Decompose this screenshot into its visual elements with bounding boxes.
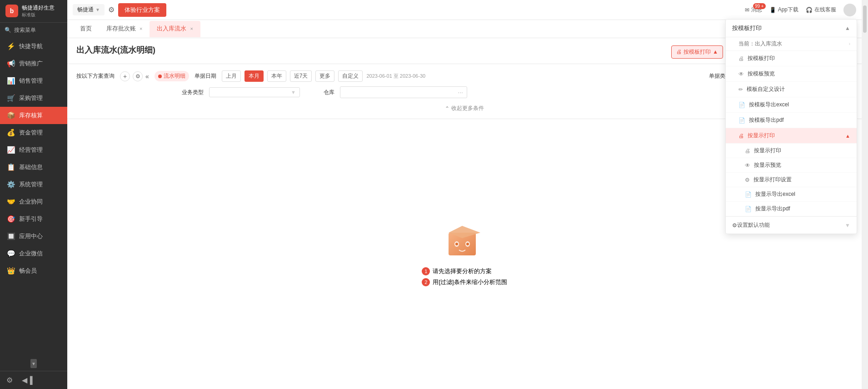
messages-badge: 99 +: [753, 3, 766, 9]
filter-actions: + ⚙ «: [120, 71, 149, 81]
purchase-icon: 🛒: [6, 94, 15, 102]
scrollbar-thumb: [863, 5, 867, 33]
sidebar-item-marketing[interactable]: 📢 营销推广: [0, 55, 67, 72]
sidebar-item-finance[interactable]: 💰 资金管理: [0, 124, 67, 141]
sales-icon: 📊: [6, 77, 15, 85]
settings-gear-icon: ⚙: [732, 222, 737, 229]
filter-settings-button[interactable]: ⚙: [133, 71, 143, 81]
filter-badge-dot: [158, 75, 162, 78]
collab-icon: 🤝: [6, 198, 15, 206]
topbar-gear-icon[interactable]: ⚙: [108, 5, 115, 14]
sidebar-item-operations[interactable]: 📈 经营管理: [0, 141, 67, 159]
svg-point-4: [466, 243, 469, 245]
tab-flow-close[interactable]: ×: [190, 26, 193, 31]
member-icon: 👑: [6, 267, 15, 275]
display-section-arrow: ▲: [845, 133, 850, 139]
content-area: 1 请先选择要分析的方案 2 用[过滤]条件来缩小分析范围 按模板打印 ▲ 当前…: [67, 119, 862, 389]
tab-batch-close[interactable]: ×: [140, 26, 142, 31]
template-custom-item[interactable]: ✏ 模板自定义设计: [726, 82, 857, 97]
sidebar-item-wechat[interactable]: 💬 企业微信: [0, 245, 67, 262]
page-title: 出入库流水(流水明细): [76, 45, 155, 55]
topbar-left: 畅捷通 ▼ ⚙ 体验行业方案: [73, 3, 740, 17]
display-pdf-item[interactable]: 📄 按显示导出pdf: [726, 202, 857, 216]
sidebar-item-shortcut[interactable]: ⚡ 快捷导航: [0, 38, 67, 55]
date-custom[interactable]: 自定义: [338, 70, 363, 82]
template-pdf-item[interactable]: 📄 按模板导出pdf: [726, 113, 857, 128]
preview-icon: 👁: [738, 71, 744, 77]
basics-icon: 📋: [6, 163, 15, 171]
collapse-more-button[interactable]: ⌃ 收起更多条件: [445, 105, 484, 112]
app-download-button[interactable]: 📱 App下载: [769, 6, 798, 14]
template-print-item[interactable]: 🖨 按模板打印: [726, 51, 857, 66]
filter-collapse-button[interactable]: «: [145, 73, 149, 80]
tab-batch[interactable]: 库存批次账 ×: [99, 21, 150, 37]
user-avatar[interactable]: [843, 4, 856, 16]
current-arrow: ›: [849, 41, 850, 46]
display-preview-icon: 👁: [745, 162, 750, 169]
date-more[interactable]: 更多: [315, 70, 334, 82]
sidebar-nav: ⚡ 快捷导航 📢 营销推广 📊 销售管理 🛒 采购管理 📦 库存核算 💰 资金管…: [0, 38, 67, 356]
message-icon: ✉: [745, 7, 749, 13]
display-print-section[interactable]: 🖨 按显示打印 ▲: [726, 128, 857, 144]
business-type-dropdown-icon: ▼: [291, 90, 296, 95]
online-service-button[interactable]: 🎧 在线客服: [806, 6, 836, 14]
collapse-sidebar-icon[interactable]: ◀▐: [22, 376, 32, 384]
marketing-icon: 📢: [6, 60, 15, 68]
finance-icon: 💰: [6, 129, 15, 137]
display-excel-item[interactable]: 📄 按显示导出excel: [726, 187, 857, 202]
settings-bottom-icon[interactable]: ⚙: [6, 376, 13, 384]
date-current-year[interactable]: 本年: [267, 70, 286, 82]
search-menu-item[interactable]: 🔍 搜索菜单: [0, 23, 67, 38]
chevron-up-icon: ⌃: [445, 105, 449, 112]
warehouse-more-icon[interactable]: ···: [458, 89, 463, 96]
sidebar-item-collab[interactable]: 🤝 企业协同: [0, 193, 67, 210]
apps-icon: 🔲: [6, 232, 15, 240]
sidebar-item-sales[interactable]: 📊 销售管理: [0, 72, 67, 90]
date-last7[interactable]: 近7天: [290, 70, 312, 82]
sidebar-item-inventory[interactable]: 📦 库存核算: [0, 107, 67, 124]
print-dropdown-arrow: ▲: [713, 49, 718, 55]
tab-home[interactable]: 首页: [73, 21, 99, 37]
sidebar-item-system[interactable]: ⚙️ 系统管理: [0, 176, 67, 193]
right-scrollbar[interactable]: [862, 0, 868, 389]
sidebar-item-apps[interactable]: 🔲 应用中心: [0, 228, 67, 245]
app-brand: 畅捷通好生意 标准版: [22, 5, 55, 18]
topbar: 畅捷通 ▼ ⚙ 体验行业方案 ✉ 消息 99 + 📱 App下载 🎧 在线客服: [67, 0, 862, 20]
template-preview-item[interactable]: 👁 按模板预览: [726, 66, 857, 82]
footer-arrow-icon: ▼: [845, 222, 850, 229]
trial-button[interactable]: 体验行业方案: [118, 3, 166, 17]
tab-flow[interactable]: 出入库流水 ×: [150, 21, 200, 37]
template-excel-item[interactable]: 📄 按模板导出excel: [726, 97, 857, 113]
display-print-item[interactable]: 🖨 按显示打印: [726, 144, 857, 158]
date-current-month[interactable]: 本月: [244, 70, 264, 82]
display-print-icon: 🖨: [738, 133, 744, 139]
messages-button[interactable]: ✉ 消息 99 +: [745, 6, 762, 14]
dropdown-collapse-arrow[interactable]: ▲: [845, 25, 850, 31]
sidebar-scroll-down[interactable]: ▼: [30, 359, 37, 368]
sidebar-item-purchase[interactable]: 🛒 采购管理: [0, 90, 67, 107]
active-filter-badge[interactable]: 流水明细: [155, 71, 189, 81]
filter-add-button[interactable]: +: [120, 71, 130, 81]
date-label: 单据日期: [195, 72, 216, 80]
print-template-button[interactable]: 🖨 按模板打印 ▲: [671, 45, 723, 59]
search-by-label: 按以下方案查询: [76, 72, 115, 80]
pdf-icon: 📄: [738, 117, 745, 124]
sidebar-item-guide[interactable]: 🎯 新手引导: [0, 210, 67, 228]
print-dropdown-title: 按模板打印: [732, 24, 762, 32]
operations-icon: 📈: [6, 146, 15, 154]
dropdown-footer[interactable]: ⚙ 设置默认功能 ▼: [726, 216, 857, 234]
warehouse-select[interactable]: ···: [340, 86, 467, 98]
sidebar-item-member[interactable]: 👑 畅会员: [0, 262, 67, 279]
user-selector[interactable]: 畅捷通 ▼: [73, 4, 105, 15]
guide-icon: 🎯: [6, 215, 15, 223]
sidebar-item-basics[interactable]: 📋 基础信息: [0, 159, 67, 176]
date-range-display: 2023-06-01 至 2023-06-30: [366, 73, 425, 80]
print-dropdown-header: 按模板打印 ▲: [726, 20, 857, 37]
dropdown-current-label: 当前：出入库流水 ›: [726, 37, 857, 51]
display-print-settings-item[interactable]: ⚙ 按显示打印设置: [726, 173, 857, 187]
display-preview-item[interactable]: 👁 按显示预览: [726, 158, 857, 173]
sidebar-bottom: ⚙ ◀▐: [0, 371, 67, 389]
business-type-select[interactable]: ▼: [209, 87, 300, 97]
empty-state: 1 请先选择要分析的方案 2 用[过滤]条件来缩小分析范围: [422, 219, 507, 289]
date-prev-month[interactable]: 上月: [222, 70, 241, 82]
